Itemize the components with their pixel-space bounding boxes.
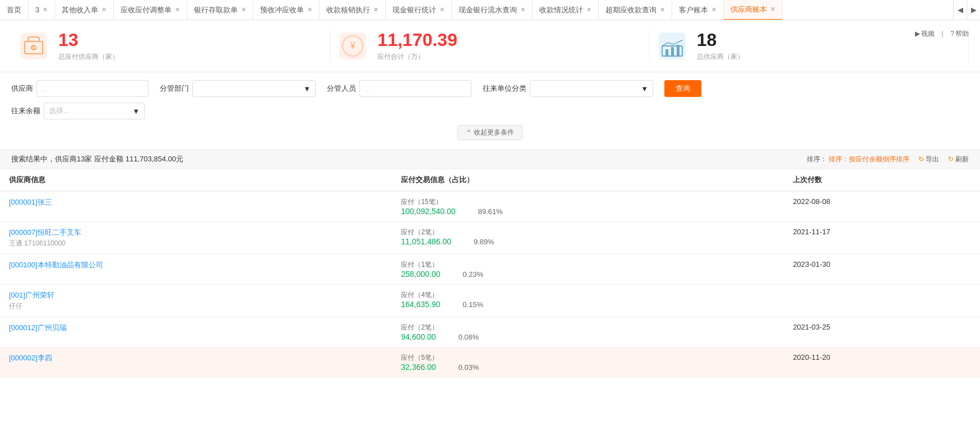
tab-close-icon[interactable]: ✕: [770, 6, 775, 13]
nav-tab-2[interactable]: 其他收入单✕: [55, 0, 114, 20]
dept-select[interactable]: ▼: [192, 80, 316, 97]
nav-tab-12[interactable]: 供应商账本✕: [724, 0, 783, 20]
nav-tab-4[interactable]: 银行存取款单✕: [187, 0, 253, 20]
supplier-link[interactable]: [001]广州荣轩: [9, 291, 54, 299]
category-arrow-icon: ▼: [641, 85, 648, 93]
refresh-button[interactable]: ↻ 刷新: [948, 155, 969, 164]
last-pay-cell: 2021-11-17: [784, 222, 980, 254]
tx-label: 应付（5笔）: [401, 353, 775, 363]
tab-close-icon[interactable]: ✕: [101, 6, 107, 13]
collapse-button[interactable]: ⌃ 收起更多条件: [457, 125, 523, 140]
tab-close-icon[interactable]: ✕: [43, 6, 48, 13]
query-button[interactable]: 查询: [664, 80, 701, 97]
person-input[interactable]: ...: [359, 80, 471, 97]
nav-tab-9[interactable]: 收款情况统计✕: [533, 0, 599, 20]
sort-control[interactable]: 排序： 排序：按应付余额倒序排序: [807, 155, 909, 164]
tx-amount[interactable]: 100,092,540.00: [401, 207, 455, 216]
sort-value[interactable]: 排序：按应付余额倒序排序: [829, 155, 909, 164]
dept-label: 分管部门: [160, 84, 189, 94]
export-icon: ↻: [918, 155, 924, 163]
col-tx-info: 应付交易信息（占比）: [392, 169, 784, 191]
last-pay-date: 2021-03-25: [793, 323, 830, 331]
svg-text:¥: ¥: [350, 41, 355, 50]
table-row: [001]广州荣轩仔仔应付（4笔）164,635.900.15%: [0, 285, 980, 317]
category-select[interactable]: ▼: [530, 80, 653, 97]
last-pay-date: 2021-11-17: [793, 228, 830, 236]
filter-row-2: 往来余额 选择... ▼: [11, 103, 969, 119]
table-area: 供应商信息 应付交易信息（占比） 上次付数 [000001]张三应付（15笔）1…: [0, 169, 980, 445]
refresh-icon: ↻: [948, 155, 954, 163]
balance-select[interactable]: 选择... ▼: [44, 103, 145, 119]
help-link[interactable]: ?帮助: [950, 29, 969, 39]
person-label: 分管人员: [327, 84, 356, 94]
video-link[interactable]: ▶视频: [915, 29, 935, 39]
filter-category: 往来单位分类 ▼: [483, 80, 653, 97]
last-pay-cell: [784, 285, 980, 317]
table-row: [000012]广州贝瑞应付（2笔）94,600.000.08%2021-03-…: [0, 317, 980, 347]
nav-tab-10[interactable]: 超期应收款查询✕: [599, 0, 672, 20]
col-supplier-info: 供应商信息: [0, 169, 392, 191]
tx-amount[interactable]: 94,600.00: [401, 332, 436, 341]
nav-tab-6[interactable]: 收款核销执行✕: [320, 0, 386, 20]
tab-close-icon[interactable]: ✕: [660, 6, 665, 13]
nav-tab-1[interactable]: 3✕: [29, 0, 55, 20]
tx-info-cell: 应付（2笔）11,051,486.009.89%: [392, 222, 784, 254]
supplier-link[interactable]: [000012]广州贝瑞: [9, 323, 67, 332]
supplier-link[interactable]: [000007]恒旺二手叉车: [9, 228, 81, 237]
svg-rect-8: [665, 49, 668, 56]
tx-amount[interactable]: 32,366.00: [401, 363, 436, 372]
balance-label: 往来余额: [11, 106, 40, 116]
nav-tab-11[interactable]: 客户账本✕: [672, 0, 724, 20]
tab-close-icon[interactable]: ✕: [440, 6, 445, 13]
filter-row-1: 供应商 ... 分管部门 ▼ 分管人员 ...: [11, 80, 969, 97]
tx-label: 应付（15笔）: [401, 197, 775, 207]
nav-tab-0[interactable]: 首页: [0, 0, 29, 20]
tab-close-icon[interactable]: ✕: [586, 6, 591, 13]
supplier-info-cell: [000002]李四: [0, 347, 392, 378]
supplier-link[interactable]: [000001]张三: [9, 198, 52, 206]
summary-area: 13 总应付供应商（家） ¥ 11,170.39 应付合计（万）: [0, 20, 980, 72]
total-suppliers-icon: [655, 29, 689, 63]
supplier-link[interactable]: [000002]李四: [9, 354, 52, 362]
summary-text-3: 18 总供应商（家）: [697, 30, 744, 62]
tab-close-icon[interactable]: ✕: [520, 6, 525, 13]
nav-tab-7[interactable]: 现金银行统计✕: [386, 0, 452, 20]
balance-arrow-icon: ▼: [132, 107, 140, 115]
supplier-payable-icon: [17, 29, 50, 63]
tx-label: 应付（2笔）: [401, 323, 775, 332]
filter-supplier: 供应商 ...: [11, 80, 149, 97]
tab-close-icon[interactable]: ✕: [241, 6, 246, 13]
tx-amount[interactable]: 258,000.00: [401, 270, 440, 279]
tx-info-cell: 应付（2笔）94,600.000.08%: [392, 317, 784, 347]
last-pay-cell: 2020-11-20: [784, 347, 980, 378]
results-bar: 搜索结果中，供应商13家 应付金额 111,703,854.00元 排序： 排序…: [0, 150, 980, 169]
payable-total-number: 11,170.39: [377, 30, 457, 50]
tx-amount[interactable]: 11,051,486.00: [401, 237, 451, 246]
nav-tab-3[interactable]: 应收应付调整单✕: [114, 0, 187, 20]
tx-percentage: 0.03%: [458, 363, 479, 372]
payable-total-icon: ¥: [336, 29, 369, 63]
tx-label: 应付（1笔）: [401, 260, 775, 270]
collapse-icon: ⌃: [466, 129, 471, 137]
tx-amount[interactable]: 164,635.90: [401, 300, 440, 309]
sort-label: 排序：: [807, 155, 827, 164]
tab-close-icon[interactable]: ✕: [175, 6, 180, 13]
table-header-row: 供应商信息 应付交易信息（占比） 上次付数: [0, 169, 980, 191]
table-row: [000001]张三应付（15笔）100,092,540.0089.61%202…: [0, 191, 980, 222]
supplier-link[interactable]: [000100]本特勤油品有限公司: [9, 261, 103, 269]
export-button[interactable]: ↻ 导出: [918, 155, 939, 164]
tab-close-icon[interactable]: ✕: [373, 6, 378, 13]
nav-tab-5[interactable]: 预收冲应收单✕: [253, 0, 320, 20]
tx-info-cell: 应付（15笔）100,092,540.0089.61%: [392, 191, 784, 222]
nav-tab-8[interactable]: 现金银行流水查询✕: [452, 0, 533, 20]
tx-percentage: 89.61%: [478, 207, 503, 216]
total-suppliers-number: 18: [697, 30, 744, 50]
tab-close-icon[interactable]: ✕: [307, 6, 312, 13]
nav-arrows: ◀ ▶: [953, 0, 980, 20]
svg-rect-9: [671, 47, 674, 56]
nav-next-button[interactable]: ▶: [967, 0, 980, 20]
supplier-input[interactable]: ...: [36, 80, 149, 97]
tab-close-icon[interactable]: ✕: [711, 6, 716, 13]
table-row: [000007]恒旺二手叉车王通 17106110000应付（2笔）11,051…: [0, 222, 980, 254]
nav-prev-button[interactable]: ◀: [953, 0, 967, 20]
